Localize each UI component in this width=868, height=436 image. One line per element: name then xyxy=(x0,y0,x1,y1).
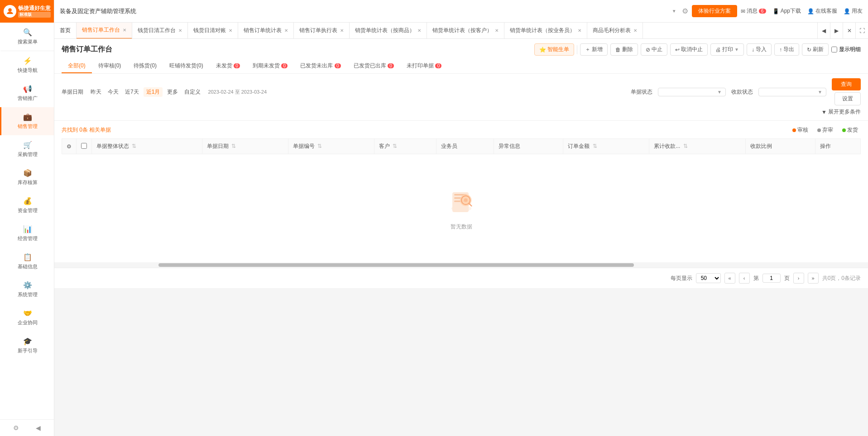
sub-tab-wangpu-ship[interactable]: 旺铺待发货(0) xyxy=(163,59,210,73)
tab-home[interactable]: 首页 xyxy=(54,23,77,39)
sub-tab-shipped-out[interactable]: 已发货已出库 0 xyxy=(347,59,400,73)
sidebar-item-finance[interactable]: 💰 资金管理 xyxy=(0,191,54,219)
sidebar-search-label: 搜索菜单 xyxy=(18,38,38,45)
app-download-item[interactable]: 📱 App下载 xyxy=(772,7,801,15)
sidebar-item-marketing[interactable]: 📢 营销推广 xyxy=(0,79,54,107)
smart-btn-label: 智能生单 xyxy=(547,46,569,53)
import-btn[interactable]: ↓ 导入 xyxy=(747,43,772,56)
tab-sales-single-staff[interactable]: 销货单统计表（按业务员） ✕ xyxy=(504,23,587,39)
th-collected-sort[interactable]: ⇅ xyxy=(683,143,688,149)
tab-sales-single-product-close[interactable]: ✕ xyxy=(417,28,421,33)
export-btn[interactable]: ↑ 导出 xyxy=(774,43,799,56)
sidebar-item-enterprise[interactable]: 🤝 企业协同 xyxy=(0,303,54,332)
sidebar-item-inventory[interactable]: 📦 库存核算 xyxy=(0,163,54,191)
scrollbar-thumb[interactable] xyxy=(158,263,634,267)
show-detail-label[interactable]: 显示明细 xyxy=(831,46,861,53)
sub-tab-shipped-not-out[interactable]: 已发货未出库 0 xyxy=(294,59,347,73)
tab-next-btn[interactable]: ▶ xyxy=(830,23,843,39)
tab-sales-single-product[interactable]: 销货单统计表（按商品） ✕ xyxy=(350,23,427,39)
first-page-btn[interactable]: « xyxy=(724,273,735,284)
page-input[interactable] xyxy=(762,274,781,283)
tab-sales-single-customer-close[interactable]: ✕ xyxy=(495,28,499,33)
online-service-item[interactable]: 👤 在线客服 xyxy=(807,7,837,15)
per-page-select[interactable]: 10 20 50 100 xyxy=(696,273,721,283)
tab-prev-btn[interactable]: ◀ xyxy=(817,23,830,39)
th-date-sort[interactable]: ⇅ xyxy=(231,143,236,149)
expand-btn[interactable]: ▼ 展开更多条件 xyxy=(821,108,861,116)
next-page-btn[interactable]: › xyxy=(793,273,804,284)
sidebar-item-system[interactable]: ⚙️ 系统管理 xyxy=(0,275,54,303)
sidebar-item-search[interactable]: 🔍 搜索菜单 xyxy=(0,23,54,51)
print-btn[interactable]: 🖨 打印 ▼ xyxy=(710,43,744,56)
shortcut-custom[interactable]: 自定义 xyxy=(182,87,202,97)
sub-tab-expired[interactable]: 到期未发货 0 xyxy=(246,59,294,73)
show-detail-checkbox[interactable] xyxy=(831,47,837,52)
settings-bottom-icon[interactable]: ⚙ xyxy=(13,424,19,431)
th-ratio: 收款比例 xyxy=(745,139,815,154)
th-checkbox[interactable] xyxy=(77,139,92,154)
user-item[interactable]: 👤 用友 xyxy=(844,7,863,15)
tab-cash-daily-close[interactable]: ✕ xyxy=(178,28,182,33)
shortcut-today[interactable]: 今天 xyxy=(106,87,120,97)
tab-sales-workbench[interactable]: 销售订单工作台 ✕ xyxy=(77,23,132,39)
tab-product-margin[interactable]: 商品毛利分析表 ✕ xyxy=(587,23,643,39)
th-settings[interactable]: ⚙ xyxy=(62,139,77,154)
topbar-settings-icon[interactable]: ⚙ xyxy=(682,7,688,15)
sidebar-item-operation[interactable]: 📊 经营管理 xyxy=(0,219,54,247)
action-review-btn[interactable]: 审核 xyxy=(790,125,811,135)
finance-icon: 💰 xyxy=(23,197,32,205)
tab-sales-single-staff-close[interactable]: ✕ xyxy=(578,28,581,33)
tab-cash-reconcile[interactable]: 钱货日清对账 ✕ xyxy=(188,23,238,39)
pause-btn[interactable]: ⊘ 中止 xyxy=(641,43,667,56)
tab-sales-stats-close[interactable]: ✕ xyxy=(284,28,288,33)
sub-tab-not-printed[interactable]: 未打印单据 0 xyxy=(400,59,448,73)
sidebar-item-guide[interactable]: 🎓 新手引导 xyxy=(0,332,54,360)
shortcut-7days[interactable]: 近7天 xyxy=(123,87,141,97)
sidebar-item-base[interactable]: 📋 基础信息 xyxy=(0,247,54,275)
tab-sales-exec-close[interactable]: ✕ xyxy=(340,28,344,33)
sidebar-item-purchase[interactable]: 🛒 采购管理 xyxy=(0,135,54,163)
horizontal-scrollbar[interactable] xyxy=(54,262,868,268)
query-btn[interactable]: 查询 xyxy=(832,78,861,90)
sub-tab-pending-pickup[interactable]: 待拣货(0) xyxy=(127,59,163,73)
last-page-btn[interactable]: » xyxy=(808,273,819,284)
message-item[interactable]: ✉ 消息 6 xyxy=(741,7,766,15)
shortcut-yesterday[interactable]: 昨天 xyxy=(89,87,103,97)
sub-tab-all[interactable]: 全部(0) xyxy=(62,59,92,73)
cancel-pause-btn[interactable]: ↩ 取消中止 xyxy=(670,43,708,56)
filter-payment-select[interactable]: ▼ xyxy=(758,88,826,96)
prev-page-btn[interactable]: ‹ xyxy=(739,273,750,284)
sub-tab-pending-review[interactable]: 待审核(0) xyxy=(92,59,128,73)
shortcut-more[interactable]: 更多 xyxy=(165,87,180,97)
filter-status-select[interactable]: ▼ xyxy=(658,88,726,96)
pagination: 每页显示 10 20 50 100 « ‹ 第 页 › » 共0页，0条记录 xyxy=(54,268,868,288)
th-customer-sort[interactable]: ⇅ xyxy=(393,143,397,149)
refresh-btn[interactable]: ↻ 刷新 xyxy=(802,43,829,56)
delete-btn[interactable]: 🗑 删除 xyxy=(610,43,638,56)
tab-cash-reconcile-close[interactable]: ✕ xyxy=(229,28,232,33)
tab-cash-daily[interactable]: 钱货日清工作台 ✕ xyxy=(132,23,188,39)
sub-tab-not-shipped[interactable]: 未发货 0 xyxy=(210,59,246,73)
tab-sales-stats[interactable]: 销售订单统计表 ✕ xyxy=(238,23,294,39)
add-btn[interactable]: ＋ 新增 xyxy=(580,43,608,56)
system-dropdown-icon[interactable]: ▼ xyxy=(672,9,676,14)
select-all-checkbox[interactable] xyxy=(81,143,87,149)
th-amount-sort[interactable]: ⇅ xyxy=(593,143,597,149)
tab-sales-exec[interactable]: 销售订单执行表 ✕ xyxy=(294,23,350,39)
tab-sales-single-customer[interactable]: 销货单统计表（按客户） ✕ xyxy=(427,23,504,39)
tab-maximize-btn[interactable]: ⛶ xyxy=(855,23,868,39)
set-btn[interactable]: 设置 xyxy=(834,92,861,105)
action-cancel-review-btn[interactable]: 弃审 xyxy=(815,125,836,135)
smart-btn[interactable]: ⭐ 智能生单 xyxy=(534,43,574,56)
shortcut-1month[interactable]: 近1月 xyxy=(144,87,163,97)
tab-close-all-btn[interactable]: ✕ xyxy=(843,23,855,39)
th-number-sort[interactable]: ⇅ xyxy=(317,143,322,149)
tab-sales-workbench-close[interactable]: ✕ xyxy=(123,28,126,33)
sidebar-item-sales[interactable]: 💼 销售管理 xyxy=(0,107,54,135)
th-status-sort[interactable]: ⇅ xyxy=(132,143,136,149)
sidebar-item-quick-nav[interactable]: ⚡ 快捷导航 xyxy=(0,51,54,79)
action-ship-btn[interactable]: 发货 xyxy=(839,125,861,135)
industry-btn[interactable]: 体验行业方案 xyxy=(692,5,737,17)
collapse-icon[interactable]: ◀ xyxy=(36,424,41,431)
tab-product-margin-close[interactable]: ✕ xyxy=(633,28,637,33)
